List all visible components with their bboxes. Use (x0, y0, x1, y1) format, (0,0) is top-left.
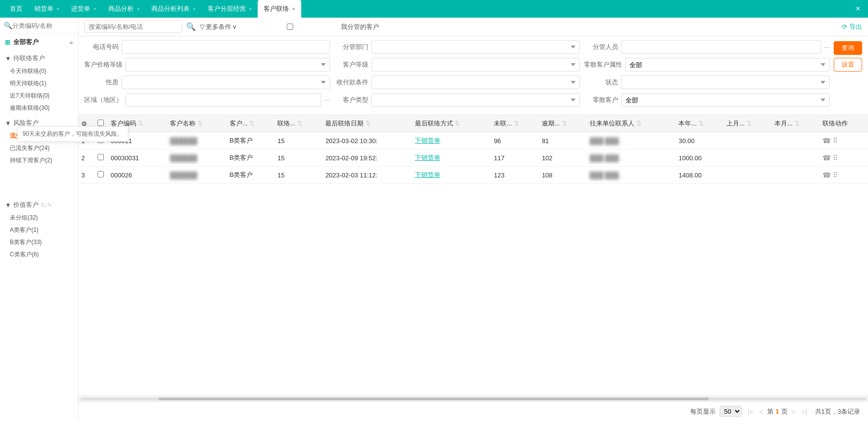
row-checkbox[interactable] (97, 171, 104, 177)
churn-tooltip: 90天未交易的客户，可能有流失风险。 (17, 126, 78, 142)
last-method-link[interactable]: 下销货单 (415, 171, 440, 178)
record-info: 共1页，3条记录 (815, 407, 860, 416)
pagination: |< < 第 1 页 > >| 共1页，3条记录 (746, 407, 860, 417)
close-purchase-tab[interactable]: × (93, 6, 96, 12)
sidebar-item-week[interactable]: 近7天待联络(0) (0, 90, 78, 102)
all-customers-header[interactable]: ⊞ 全部客户 « (0, 34, 78, 50)
sidebar-search-input[interactable] (12, 22, 78, 29)
select-all-checkbox[interactable] (97, 120, 104, 126)
contact-icon[interactable]: ☎ (822, 154, 831, 162)
region-dots-button[interactable]: ··· (324, 96, 330, 104)
th-last-date: 最后联络日期 ⇅ (322, 115, 411, 132)
cell-uncontacted: 123 (491, 167, 539, 184)
sidebar-item-declining[interactable]: 持续下滑客户(2) (0, 154, 78, 167)
horizontal-scrollbar[interactable] (78, 396, 868, 401)
filter-label-dept: 分管部门 (334, 43, 368, 51)
filter-select-customer-type[interactable] (371, 93, 580, 107)
contact-icon[interactable]: ☎ (822, 137, 831, 145)
filter-select-retail-customer[interactable]: 全部 (621, 93, 830, 107)
filter-panel: 电话号码 分管部门 分管人员 ··· (78, 36, 868, 115)
filter-cell-status: 状态 (584, 75, 830, 89)
sidebar-item-b-class[interactable]: B类客户(33) (0, 236, 78, 248)
cell-last-method: 下销货单 (412, 132, 491, 149)
scrollbar-track (80, 397, 866, 400)
close-analysis-list-tab[interactable]: × (193, 6, 195, 12)
query-button[interactable]: 查询 (834, 41, 862, 55)
last-method-link[interactable]: 下销货单 (415, 137, 440, 144)
th-action: 联络动作 (820, 115, 868, 132)
settings-button[interactable]: 设置 (834, 58, 862, 72)
close-analysis-tab[interactable]: × (137, 6, 140, 12)
next-page-button[interactable]: > (790, 407, 797, 417)
filter-label-price-grade: 客户价格等级 (84, 60, 122, 69)
scrollbar-thumb[interactable] (159, 397, 709, 400)
refresh-icon[interactable]: ↻ (41, 201, 46, 209)
prev-page-button[interactable]: < (757, 407, 765, 417)
sidebar-search-icon: 🔍 (4, 22, 12, 29)
row-checkbox[interactable] (97, 154, 104, 160)
filter-cell-person: 分管人员 ··· (584, 40, 830, 54)
filter-select-nature[interactable] (121, 75, 330, 89)
last-page-button[interactable]: >| (799, 407, 809, 417)
more-icon[interactable]: ⠿ (833, 137, 838, 145)
my-customers-check[interactable] (241, 24, 339, 30)
close-sales-tab[interactable]: × (56, 6, 59, 12)
sidebar-item-a-class[interactable]: A类客户(1) (0, 224, 78, 236)
nav-analysis[interactable]: 商品分析 × (102, 0, 145, 18)
sidebar-item-unclassified[interactable]: 未分组(32) (0, 212, 78, 224)
nav-purchase[interactable]: 进货单 × (65, 0, 102, 18)
filter-label-status: 状态 (584, 78, 618, 87)
filter-select-customer-grade[interactable] (371, 58, 580, 72)
action-icons-container: ☎ ⠿ (822, 154, 865, 162)
collapse-sidebar-icon[interactable]: « (70, 39, 73, 46)
search-button[interactable]: 🔍 (186, 22, 196, 31)
filter-row-4: 区域（地区） ··· 客户类型 零散客户 全部 (84, 93, 830, 107)
last-method-link[interactable]: 下销货单 (415, 154, 440, 161)
contact-icon[interactable]: ☎ (822, 171, 831, 179)
nav-customer-segment[interactable]: 客户分层经营 × (202, 0, 258, 18)
filter-cell-phone: 电话号码 (84, 40, 330, 54)
close-customer-contact-tab[interactable]: × (292, 6, 295, 12)
my-customers-checkbox[interactable]: 我分管的客户 (241, 23, 379, 31)
sidebar-group-value-title[interactable]: ▼ 价值客户 ↻ ✎ (0, 198, 78, 212)
sidebar-item-churned[interactable]: 已流失客户(24) (0, 142, 78, 154)
more-icon[interactable]: ⠿ (833, 154, 838, 162)
filter-select-price-grade[interactable] (125, 58, 330, 72)
filter-select-status[interactable] (621, 75, 830, 89)
filter-input-person[interactable] (621, 40, 821, 54)
cell-contact: 15 (274, 149, 322, 167)
edit-icon[interactable]: ✎ (47, 201, 52, 209)
search-input[interactable] (84, 21, 182, 33)
window-close-button[interactable]: × (852, 4, 864, 13)
customer-table: ⚙ 客户编码 ⇅ 客户名称 ⇅ 客户... ⇅ 联络... ⇅ 最后联络日期 ⇅… (78, 115, 868, 184)
per-page-select[interactable]: 50 (720, 406, 742, 417)
nav-sales[interactable]: 销货单 × (28, 0, 65, 18)
more-icon[interactable]: ⠿ (833, 171, 838, 179)
nav-home[interactable]: 首页 (4, 0, 28, 18)
filter-select-dept[interactable] (371, 40, 580, 54)
filter-select-retail-attr[interactable]: 全部 (625, 58, 830, 72)
th-overdue: 逾期... ⇅ (539, 115, 587, 132)
sidebar-item-today[interactable]: 今天待联络(0) (0, 65, 78, 77)
nav-analysis-list[interactable]: 商品分析列表 × (145, 0, 201, 18)
person-dots-button[interactable]: ··· (824, 43, 830, 51)
sidebar-item-c-class[interactable]: C类客户(6) (0, 248, 78, 261)
sidebar-item-tomorrow[interactable]: 明天待联络(1) (0, 77, 78, 90)
first-page-button[interactable]: |< (746, 407, 755, 417)
close-customer-segment-tab[interactable]: × (249, 6, 252, 12)
export-button[interactable]: ⟳ 导出 (842, 23, 862, 31)
data-table-container: ⚙ 客户编码 ⇅ 客户名称 ⇅ 客户... ⇅ 联络... ⇅ 最后联络日期 ⇅… (78, 115, 868, 396)
filter-select-payment[interactable] (371, 75, 580, 89)
sidebar-item-overdue[interactable]: 逾期未联络(30) (0, 102, 78, 114)
export-icon: ⟳ (842, 23, 847, 30)
triangle-right-icon: ▼ (5, 120, 11, 127)
page-label: 第 (767, 407, 773, 416)
filter-input-phone[interactable] (121, 40, 330, 54)
nav-customer-contact[interactable]: 客户联络 × (258, 0, 301, 18)
cell-type: B类客户 (227, 149, 275, 167)
filter-cell-dept: 分管部门 (334, 40, 580, 54)
filter-label-retail-customer: 零散客户 (584, 96, 618, 104)
more-conditions-button[interactable]: ▽ 更多条件 ∨ (200, 23, 237, 31)
filter-input-region[interactable] (125, 93, 321, 107)
sidebar-group-pending-title[interactable]: ▼ 待联络客户 (0, 51, 78, 65)
